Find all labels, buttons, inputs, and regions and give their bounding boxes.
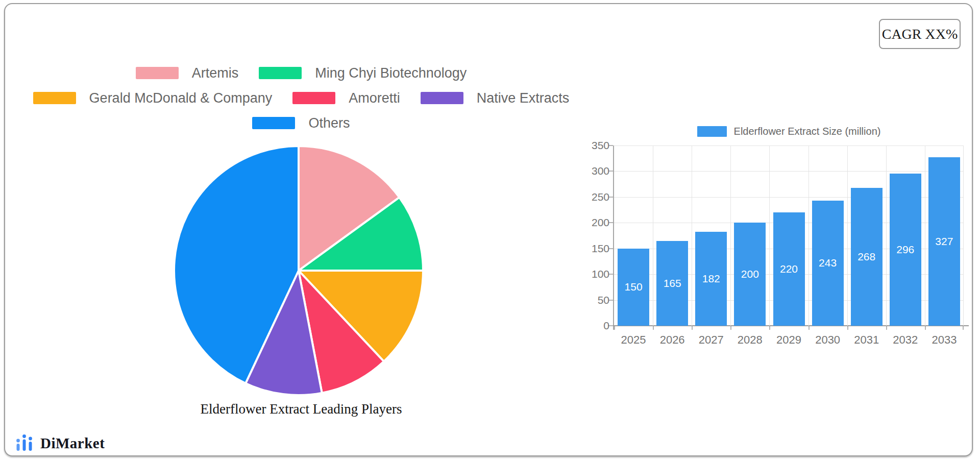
x-axis-tick bbox=[614, 326, 615, 330]
y-axis-tick bbox=[609, 171, 613, 172]
legend-swatch-gerald-mcdonald-company bbox=[33, 92, 76, 104]
y-axis-tick bbox=[609, 274, 613, 275]
legend-label: Native Extracts bbox=[477, 90, 570, 106]
legend-item-gerald-mcdonald-company[interactable]: Gerald McDonald & Company bbox=[33, 90, 273, 106]
bar-2029: 220 bbox=[773, 212, 805, 326]
x-axis-tick bbox=[925, 326, 926, 330]
x-axis-tick bbox=[653, 326, 654, 330]
x-axis-tick bbox=[963, 326, 964, 330]
x-axis-tick bbox=[808, 326, 810, 330]
y-axis-label: 100 bbox=[561, 269, 609, 280]
legend-swatch-artemis bbox=[136, 67, 179, 79]
bar-2027: 182 bbox=[695, 232, 727, 326]
bar-2032: 296 bbox=[890, 174, 921, 326]
bar-value-label: 220 bbox=[780, 263, 798, 275]
bar-2031: 268 bbox=[851, 188, 883, 326]
bar-2025: 150 bbox=[618, 249, 649, 326]
bar-legend-swatch bbox=[697, 126, 727, 137]
bar-value-label: 268 bbox=[857, 251, 875, 263]
y-axis-label: 250 bbox=[561, 191, 609, 203]
gridline-vertical bbox=[808, 146, 809, 326]
gridline-vertical bbox=[692, 146, 692, 326]
bar-2030: 243 bbox=[812, 201, 844, 326]
bar-2026: 165 bbox=[656, 241, 688, 326]
pie-legend: ArtemisMing Chyi BiotechnologyGerald McD… bbox=[0, 65, 602, 140]
x-axis-label: 2029 bbox=[769, 334, 808, 346]
cagr-badge: CAGR XX% bbox=[879, 19, 961, 49]
bar-plot-area: 150165182200220243268296327 bbox=[614, 146, 964, 326]
x-axis-tick bbox=[692, 326, 693, 330]
bar-value-label: 182 bbox=[702, 273, 720, 285]
legend-swatch-others bbox=[252, 117, 295, 129]
bar-2033: 327 bbox=[928, 157, 960, 326]
gridline-horizontal bbox=[614, 146, 964, 146]
y-axis-label: 300 bbox=[561, 165, 609, 177]
gridline-horizontal bbox=[614, 171, 964, 172]
bar-chart-logo-icon bbox=[15, 434, 37, 452]
bar-value-label: 150 bbox=[625, 281, 643, 293]
legend-label: Amoretti bbox=[349, 90, 400, 106]
y-axis-tick bbox=[609, 197, 613, 198]
legend-label: Artemis bbox=[192, 65, 239, 81]
x-axis-label: 2030 bbox=[808, 334, 847, 346]
pie-chart-title: Elderflower Extract Leading Players bbox=[0, 401, 602, 417]
pie-legend-row: Others bbox=[0, 115, 602, 131]
bar-2028: 200 bbox=[734, 223, 766, 326]
bar-value-label: 200 bbox=[741, 268, 759, 280]
dimarket-logo: DiMarket bbox=[15, 434, 105, 452]
legend-item-artemis[interactable]: Artemis bbox=[136, 65, 239, 81]
bar-value-label: 296 bbox=[896, 244, 914, 256]
legend-item-ming-chyi-biotechnology[interactable]: Ming Chyi Biotechnology bbox=[259, 65, 467, 81]
x-axis-tick bbox=[847, 326, 848, 330]
x-axis-label: 2031 bbox=[847, 334, 886, 346]
logo-bars bbox=[16, 434, 32, 451]
legend-label: Gerald McDonald & Company bbox=[89, 90, 273, 106]
x-axis-label: 2028 bbox=[730, 334, 769, 346]
x-axis-label: 2026 bbox=[653, 334, 692, 346]
legend-item-others[interactable]: Others bbox=[252, 115, 350, 131]
y-axis-tick bbox=[609, 222, 613, 223]
x-axis-tick bbox=[730, 326, 731, 330]
x-axis-tick bbox=[769, 326, 770, 330]
bar-value-label: 327 bbox=[935, 235, 953, 248]
gridline-vertical bbox=[653, 146, 653, 326]
y-axis-tick bbox=[609, 248, 613, 249]
y-axis-tick bbox=[609, 325, 613, 326]
gridline-vertical bbox=[963, 146, 964, 326]
bar-chart-legend-item[interactable]: Elderflower Extract Size (million) bbox=[614, 126, 964, 137]
pie-legend-row: Gerald McDonald & CompanyAmorettiNative … bbox=[0, 90, 602, 106]
gridline-vertical bbox=[886, 146, 887, 326]
x-axis-label: 2025 bbox=[614, 334, 653, 346]
x-axis-tick bbox=[886, 326, 887, 330]
legend-swatch-amoretti bbox=[292, 92, 335, 104]
y-axis-label: 200 bbox=[561, 217, 609, 228]
y-axis-line bbox=[613, 146, 614, 330]
bar-value-label: 243 bbox=[819, 257, 837, 269]
gridline-vertical bbox=[925, 146, 925, 326]
bar-value-label: 165 bbox=[664, 277, 681, 289]
gridline-vertical bbox=[847, 146, 848, 326]
legend-item-amoretti[interactable]: Amoretti bbox=[292, 90, 400, 106]
y-axis-label: 150 bbox=[561, 243, 609, 254]
legend-item-native-extracts[interactable]: Native Extracts bbox=[421, 90, 570, 106]
logo-text: DiMarket bbox=[40, 435, 105, 452]
gridline-vertical bbox=[730, 146, 731, 326]
bar-legend-label: Elderflower Extract Size (million) bbox=[734, 126, 881, 137]
x-axis-label: 2033 bbox=[925, 334, 964, 346]
y-axis-label: 0 bbox=[561, 320, 609, 331]
pie-chart bbox=[172, 144, 425, 397]
legend-label: Ming Chyi Biotechnology bbox=[315, 65, 467, 81]
y-axis-label: 50 bbox=[561, 295, 609, 306]
x-axis-label: 2027 bbox=[692, 334, 730, 346]
y-axis-tick bbox=[609, 145, 613, 146]
legend-swatch-native-extracts bbox=[421, 92, 463, 104]
legend-label: Others bbox=[308, 115, 350, 131]
cagr-label: CAGR XX% bbox=[882, 26, 958, 42]
gridline-vertical bbox=[769, 146, 770, 326]
y-axis-label: 350 bbox=[561, 140, 609, 151]
legend-swatch-ming-chyi-biotechnology bbox=[259, 67, 302, 79]
bar-chart: Elderflower Extract Size (million) 15016… bbox=[561, 123, 975, 352]
x-axis-label: 2032 bbox=[886, 334, 925, 346]
pie-legend-row: ArtemisMing Chyi Biotechnology bbox=[0, 65, 602, 81]
y-axis-tick bbox=[609, 300, 613, 301]
